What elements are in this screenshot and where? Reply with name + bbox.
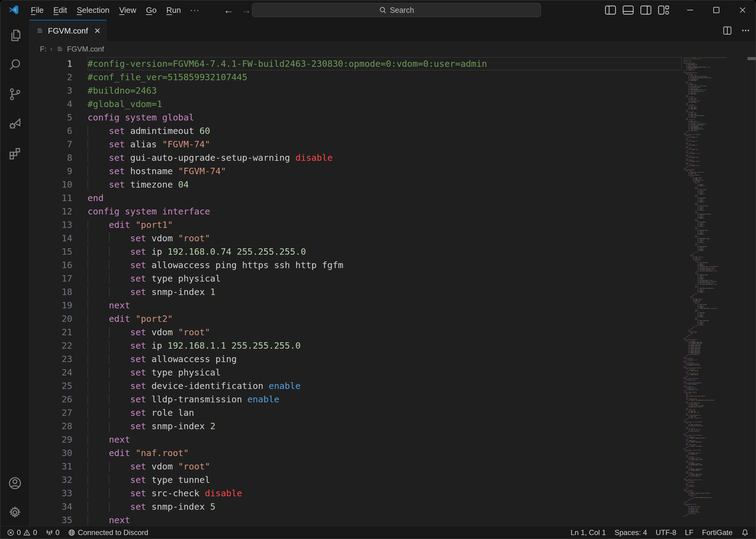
line-number[interactable]: 28 (30, 420, 72, 433)
settings-gear-icon[interactable] (6, 503, 24, 522)
discord-status[interactable]: Connected to Discord (64, 528, 153, 537)
code-line[interactable]: 34 set snmp-index 5 (30, 500, 682, 513)
line-content[interactable]: set ip 192.168.0.74 255.255.255.0 (88, 245, 682, 258)
code-line[interactable]: 28 set snmp-index 2 (30, 420, 682, 433)
tab-close-icon[interactable]: ✕ (94, 26, 101, 36)
code-line[interactable]: 3#buildno=2463 (30, 84, 682, 97)
run-debug-icon[interactable] (6, 115, 24, 133)
line-content[interactable]: set lldp-transmission enable (88, 393, 682, 406)
go-back-icon[interactable]: ← (224, 5, 233, 15)
line-content[interactable]: set snmp-index 1 (88, 285, 682, 299)
code-line[interactable]: 19 next (30, 299, 682, 312)
line-content[interactable]: set type physical (88, 272, 682, 285)
code-line[interactable]: 20 edit "port2" (30, 312, 682, 326)
line-number[interactable]: 29 (30, 433, 72, 446)
line-number[interactable]: 4 (30, 97, 72, 111)
line-number[interactable]: 6 (30, 124, 72, 138)
code-line[interactable]: 5config system global (30, 111, 682, 124)
tab-fgvm-conf[interactable]: FGVM.conf ✕ (30, 20, 107, 41)
breadcrumb-drive[interactable]: F: (40, 45, 46, 53)
encoding-status[interactable]: UTF-8 (651, 528, 681, 537)
toggle-panel-icon[interactable] (622, 3, 635, 17)
source-control-icon[interactable] (6, 85, 24, 104)
code-line[interactable]: 30 edit "naf.root" (30, 446, 682, 460)
line-number[interactable]: 5 (30, 111, 72, 124)
line-content[interactable]: set ip 192.168.1.1 255.255.255.0 (88, 339, 682, 352)
explorer-icon[interactable] (6, 27, 24, 45)
line-number[interactable]: 35 (30, 513, 72, 526)
code-line[interactable]: 15 set ip 192.168.0.74 255.255.255.0 (30, 245, 682, 258)
line-number[interactable]: 2 (30, 70, 72, 84)
line-content[interactable]: next (88, 299, 682, 312)
line-content[interactable]: set allowaccess ping https ssh http fgfm (88, 258, 682, 272)
accounts-icon[interactable] (6, 474, 24, 492)
menu-edit[interactable]: Edit (48, 3, 72, 17)
maximize-button[interactable] (703, 0, 729, 20)
line-number[interactable]: 23 (30, 352, 72, 366)
search-view-icon[interactable] (6, 56, 24, 74)
code-line[interactable]: 8 set gui-auto-upgrade-setup-warning dis… (30, 151, 682, 164)
line-content[interactable]: set timezone 04 (88, 178, 682, 191)
customize-layout-icon[interactable] (657, 3, 670, 17)
minimize-button[interactable] (677, 0, 703, 20)
line-number[interactable]: 27 (30, 406, 72, 420)
toggle-primary-sidebar-icon[interactable] (604, 3, 617, 17)
line-content[interactable]: #buildno=2463 (88, 84, 682, 97)
line-number[interactable]: 3 (30, 84, 72, 97)
line-content[interactable]: next (88, 433, 682, 446)
line-number[interactable]: 15 (30, 245, 72, 258)
line-content[interactable]: edit "naf.root" (88, 446, 682, 460)
code-line[interactable]: 29 next (30, 433, 682, 446)
line-content[interactable]: config system interface (88, 205, 682, 218)
code-line[interactable]: 17 set type physical (30, 272, 682, 285)
breadcrumb-file[interactable]: FGVM.conf (67, 45, 104, 53)
line-number[interactable]: 12 (30, 205, 72, 218)
line-content[interactable]: edit "port1" (88, 218, 682, 232)
line-number[interactable]: 24 (30, 366, 72, 379)
code-area[interactable]: 1#config-version=FGVM64-7.4.1-FW-build24… (30, 57, 682, 526)
line-number[interactable]: 30 (30, 446, 72, 460)
line-content[interactable]: set snmp-index 2 (88, 420, 682, 433)
line-number[interactable]: 14 (30, 232, 72, 245)
line-number[interactable]: 10 (30, 178, 72, 191)
language-mode[interactable]: FortiGate (698, 528, 737, 537)
line-content[interactable]: set type tunnel (88, 473, 682, 487)
minimap[interactable]: #config-version=FGVM64-7.4.1-FW-build246… (682, 57, 747, 526)
line-content[interactable]: #global_vdom=1 (88, 97, 682, 111)
line-number[interactable]: 8 (30, 151, 72, 164)
menu-run[interactable]: Run (161, 3, 186, 17)
line-number[interactable]: 21 (30, 326, 72, 339)
line-number[interactable]: 16 (30, 258, 72, 272)
menu-go[interactable]: Go (141, 3, 162, 17)
code-line[interactable]: 14 set vdom "root" (30, 232, 682, 245)
line-number[interactable]: 9 (30, 164, 72, 178)
menu-file[interactable]: File (26, 3, 48, 17)
line-number[interactable]: 31 (30, 460, 72, 473)
code-line[interactable]: 11end (30, 191, 682, 205)
code-line[interactable]: 27 set role lan (30, 406, 682, 420)
menu-selection[interactable]: Selection (72, 3, 114, 17)
line-content[interactable]: set vdom "root" (88, 460, 682, 473)
line-content[interactable]: set vdom "root" (88, 232, 682, 245)
code-line[interactable]: 4#global_vdom=1 (30, 97, 682, 111)
line-content[interactable]: next (88, 513, 682, 526)
line-content[interactable]: set admintimeout 60 (88, 124, 682, 138)
extensions-icon[interactable] (6, 144, 24, 162)
line-number[interactable]: 25 (30, 379, 72, 393)
code-line[interactable]: 22 set ip 192.168.1.1 255.255.255.0 (30, 339, 682, 352)
close-button[interactable] (729, 0, 756, 20)
code-line[interactable]: 9 set hostname "FGVM-74" (30, 164, 682, 178)
line-number[interactable]: 19 (30, 299, 72, 312)
problems-status[interactable]: 0 0 (3, 528, 41, 537)
line-number[interactable]: 32 (30, 473, 72, 487)
line-content[interactable]: #config-version=FGVM64-7.4.1-FW-build246… (88, 57, 682, 70)
line-content[interactable]: set alias "FGVM-74" (88, 138, 682, 151)
code-line[interactable]: 13 edit "port1" (30, 218, 682, 232)
split-editor-icon[interactable] (723, 26, 732, 35)
editor-scrollbar[interactable] (747, 57, 756, 526)
line-number[interactable]: 34 (30, 500, 72, 513)
line-content[interactable]: set hostname "FGVM-74" (88, 164, 682, 178)
command-center-search[interactable]: Search (252, 3, 541, 17)
line-number[interactable]: 13 (30, 218, 72, 232)
line-content[interactable]: set src-check disable (88, 487, 682, 500)
